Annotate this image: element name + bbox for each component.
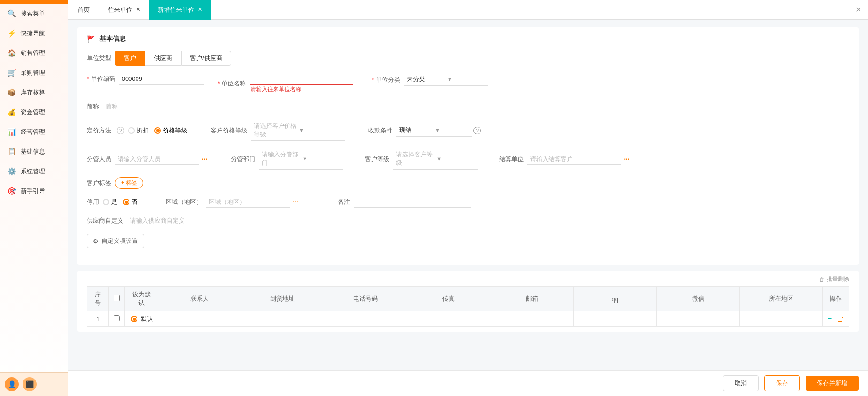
unit-code-input[interactable] xyxy=(119,73,204,85)
select-all-checkbox[interactable] xyxy=(114,295,120,301)
supplier-custom-input[interactable] xyxy=(127,215,230,226)
gear-small-icon: ⚙ xyxy=(93,238,99,245)
pricing-help-icon[interactable]: ? xyxy=(117,127,124,134)
no-radio-circle xyxy=(123,199,129,205)
sidebar-item-label: 销售管理 xyxy=(21,49,45,57)
manager-input[interactable] xyxy=(115,154,199,165)
row-region-input[interactable] xyxy=(745,316,818,323)
cancel-button[interactable]: 取消 xyxy=(723,375,759,391)
pricing-discount-radio[interactable]: 折扣 xyxy=(128,126,149,135)
manager-row: 分管人员 ··· 分管部门 请输入分管部门 ▼ 客户等级 请选择客户等级 ▼ xyxy=(87,148,849,170)
row-contact xyxy=(158,311,241,327)
row-checkbox xyxy=(108,311,124,327)
default-radio-circle[interactable] xyxy=(131,316,137,322)
tab-home-label: 首页 xyxy=(77,6,90,14)
customer-price-level-select[interactable]: 请选择客户价格等级 ▼ xyxy=(251,120,345,141)
settlement-input[interactable] xyxy=(527,154,621,165)
discount-radio-circle xyxy=(128,127,135,134)
address-input[interactable] xyxy=(246,316,319,323)
sidebar-item-system[interactable]: ⚙️ 系统管理 xyxy=(0,162,68,181)
sidebar-item-finance[interactable]: 💰 资金管理 xyxy=(0,102,68,122)
unit-type-customer-button[interactable]: 客户 xyxy=(115,51,145,66)
sidebar-item-search[interactable]: 🔍 搜索菜单 xyxy=(0,4,68,23)
sidebar-item-operations[interactable]: 📊 经营管理 xyxy=(0,122,68,142)
delete-row-button[interactable]: 🗑 xyxy=(837,315,844,323)
pricing-level-radio[interactable]: 价格等级 xyxy=(154,126,187,135)
lightning-icon: ⚡ xyxy=(8,29,16,38)
user-avatar[interactable]: 👤 xyxy=(5,377,19,391)
sidebar: 🔍 搜索菜单 ⚡ 快捷导航 🏠 销售管理 🛒 采购管理 📦 库存核算 💰 资金管… xyxy=(0,0,68,396)
unit-category-label: 单位分类 xyxy=(372,76,400,84)
payment-help-icon[interactable]: ? xyxy=(473,127,481,134)
unit-name-input[interactable] xyxy=(250,73,353,85)
flag-icon: 🚩 xyxy=(87,35,95,43)
save-and-new-button[interactable]: 保存并新增 xyxy=(806,376,859,391)
section-title-text: 基本信息 xyxy=(99,35,126,43)
settings-quick-icon[interactable]: ⬛ xyxy=(23,377,37,391)
sidebar-item-sales[interactable]: 🏠 销售管理 xyxy=(0,43,68,63)
email-input[interactable] xyxy=(495,316,568,323)
home-icon: 🏠 xyxy=(8,49,16,57)
contact-input[interactable] xyxy=(163,316,236,323)
settlement-field: 结算单位 ··· xyxy=(499,154,631,165)
alias-input[interactable] xyxy=(103,101,197,112)
close-all-tabs-button[interactable]: ✕ xyxy=(849,5,868,14)
section-title: 🚩 基本信息 xyxy=(87,35,849,43)
close-new-partner-tab-icon[interactable]: ✕ xyxy=(198,7,202,13)
row-select-checkbox[interactable] xyxy=(114,315,120,321)
sidebar-item-quick-nav[interactable]: ⚡ 快捷导航 xyxy=(0,23,68,43)
add-tag-button[interactable]: + 标签 xyxy=(115,177,143,189)
manager-more-button[interactable]: ··· xyxy=(199,155,209,163)
add-row-button[interactable]: + xyxy=(828,315,832,323)
row-actions: + 🗑 xyxy=(822,311,849,327)
yes-label: 是 xyxy=(111,198,117,206)
tab-partners[interactable]: 往来单位 ✕ xyxy=(99,0,149,20)
pricing-method-field: 定价方法 ? 折扣 价格等级 xyxy=(87,126,187,135)
sidebar-item-inventory[interactable]: 📦 库存核算 xyxy=(0,83,68,102)
sidebar-item-label: 新手引导 xyxy=(21,187,45,195)
unit-category-select[interactable]: 未分类 ▼ xyxy=(404,73,488,86)
unit-type-supplier-button[interactable]: 供应商 xyxy=(145,51,181,66)
col-contact: 联系人 xyxy=(158,287,241,311)
chevron-down-icon: ▼ xyxy=(447,77,486,82)
payment-terms-select[interactable]: 现结 ▼ xyxy=(396,124,472,137)
sidebar-item-purchase[interactable]: 🛒 采购管理 xyxy=(0,63,68,83)
settlement-more-button[interactable]: ··· xyxy=(621,155,631,163)
settlement-label: 结算单位 xyxy=(499,155,524,163)
sidebar-item-guide[interactable]: 🎯 新手引导 xyxy=(0,181,68,201)
manager-field: 分管人员 ··· xyxy=(87,154,209,165)
save-button[interactable]: 保存 xyxy=(764,375,800,391)
customer-level-select[interactable]: 请选择客户等级 ▼ xyxy=(393,148,478,170)
row-fax xyxy=(407,311,490,327)
supplier-custom-row: 供应商自定义 xyxy=(87,215,849,226)
unit-name-error: 请输入往来单位名称 xyxy=(251,85,353,93)
qq-input[interactable] xyxy=(579,316,652,323)
disabled-yes-radio[interactable]: 是 xyxy=(103,198,117,206)
tab-new-partner[interactable]: 新增往来单位 ✕ xyxy=(149,0,211,20)
fax-input[interactable] xyxy=(412,316,485,323)
unit-type-both-button[interactable]: 客户/供应商 xyxy=(181,51,231,66)
alias-field: 简称 xyxy=(87,101,197,112)
disabled-no-radio[interactable]: 否 xyxy=(123,198,137,206)
price-level-label: 价格等级 xyxy=(163,126,187,135)
row-seq: 1 xyxy=(87,311,109,327)
department-label: 分管部门 xyxy=(231,155,255,163)
custom-settings-button[interactable]: ⚙ 自定义项设置 xyxy=(87,234,144,248)
sidebar-item-basic-info[interactable]: 📋 基础信息 xyxy=(0,142,68,162)
region-input[interactable] xyxy=(206,196,290,208)
batch-delete-button[interactable]: 🗑 批量删除 xyxy=(819,275,849,283)
region-more-button[interactable]: ··· xyxy=(290,198,300,206)
phone-input[interactable] xyxy=(329,316,402,323)
sidebar-item-label: 采购管理 xyxy=(21,69,45,77)
close-partners-tab-icon[interactable]: ✕ xyxy=(136,7,140,13)
remark-input[interactable] xyxy=(354,196,471,208)
discount-label: 折扣 xyxy=(137,126,149,135)
tab-home[interactable]: 首页 xyxy=(68,0,99,20)
table-header-row: 序号 设为默认 联系人 到货地址 电话号码 传真 邮箱 qq 微信 所在地区 操… xyxy=(87,287,849,311)
customer-price-level-field: 客户价格等级 请选择客户价格等级 ▼ xyxy=(211,120,345,141)
customer-level-label: 客户等级 xyxy=(365,155,389,163)
department-select[interactable]: 请输入分管部门 ▼ xyxy=(259,148,343,170)
col-seq: 序号 xyxy=(87,287,109,311)
cart-icon: 🛒 xyxy=(8,69,16,77)
wechat-input[interactable] xyxy=(662,316,735,323)
